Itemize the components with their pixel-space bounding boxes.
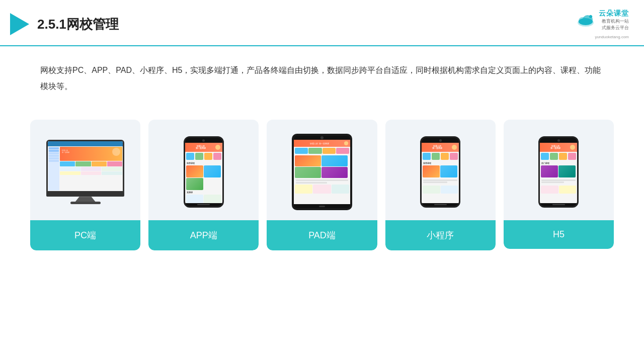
miniapp-label: 小程序 — [385, 220, 496, 250]
pc-image-area: 职通人的 第一堂网课 — [30, 120, 140, 220]
brand-text: 云朵课堂 教育机构一站 式服务云平台 — [599, 9, 629, 31]
monitor-body: 职通人的 第一堂网课 — [46, 140, 124, 193]
brand-name-label: 云朵课堂 — [599, 9, 629, 18]
miniapp-image-area: 职通人的第一堂网课 推荐课程 — [385, 120, 496, 220]
pc-monitor-icon: 职通人的 第一堂网课 — [46, 140, 124, 204]
h5-image-area: 职通人的第一堂网课 热门课程 — [504, 120, 614, 220]
pc-card: 职通人的 第一堂网课 — [30, 120, 140, 250]
miniapp-phone-icon: 职通人的第一堂网课 推荐课程 — [420, 136, 460, 208]
monitor-stand — [75, 197, 96, 202]
cloud-icon — [576, 13, 596, 28]
device-cards-section: 职通人的 第一堂网课 — [0, 110, 644, 250]
brand-logo: 云朵课堂 教育机构一站 式服务云平台 yunduoketang.com — [576, 9, 629, 39]
pc-label: PC端 — [30, 220, 140, 250]
pad-label: PAD端 — [267, 220, 377, 250]
pad-image-area: 职通人的 第一堂网课 — [267, 120, 377, 220]
app-phone-icon: 职通人的第一堂网课 推荐课程 — [184, 136, 224, 208]
logo-triangle-icon — [10, 13, 29, 35]
brand-top-row: 云朵课堂 教育机构一站 式服务云平台 — [576, 9, 629, 31]
app-image-area: 职通人的第一堂网课 推荐课程 — [148, 120, 259, 220]
svg-point-3 — [579, 18, 593, 25]
app-label: APP端 — [148, 220, 259, 250]
monitor-chin — [46, 193, 124, 197]
h5-card: 职通人的第一堂网课 热门课程 — [504, 120, 614, 249]
header: 2.5.1网校管理 云朵课堂 教育机构一站 式服务云平台 yunduok — [0, 0, 644, 46]
header-left: 2.5.1网校管理 — [10, 13, 119, 35]
monitor-screen: 职通人的 第一堂网课 — [48, 141, 123, 191]
miniapp-card: 职通人的第一堂网课 推荐课程 — [385, 120, 496, 250]
brand-url: yunduoketang.com — [595, 35, 629, 39]
monitor-base — [70, 202, 101, 204]
description-text: 网校支持PC、APP、PAD、小程序、H5，实现多端打通，产品各终端自由切换，数… — [0, 46, 644, 105]
page-title: 2.5.1网校管理 — [37, 16, 119, 33]
app-card: 职通人的第一堂网课 推荐课程 — [148, 120, 259, 250]
h5-label: H5 — [504, 220, 614, 249]
pad-card: 职通人的 第一堂网课 — [267, 120, 377, 250]
h5-phone-icon: 职通人的第一堂网课 热门课程 — [538, 136, 579, 208]
brand-tagline: 教育机构一站 式服务云平台 — [599, 18, 629, 31]
pad-tablet-icon: 职通人的 第一堂网课 — [292, 134, 352, 210]
